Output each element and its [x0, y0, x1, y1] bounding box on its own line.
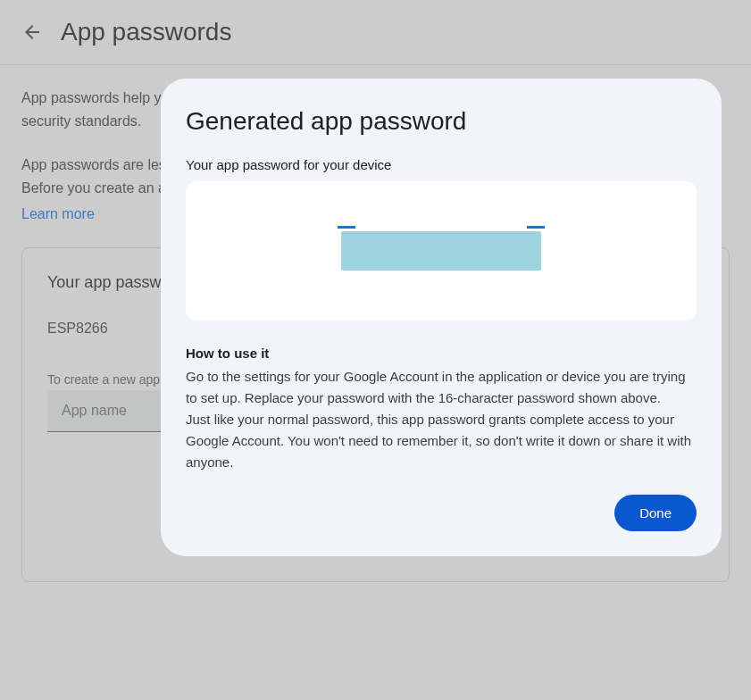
modal-subtitle: Your app password for your device	[186, 157, 697, 172]
how-to-use-text-2: Just like your normal password, this app…	[186, 409, 697, 473]
generated-password-modal: Generated app password Your app password…	[161, 79, 722, 556]
password-redacted[interactable]	[341, 231, 541, 271]
modal-footer: Done	[186, 495, 697, 531]
how-to-use-title: How to use it	[186, 346, 697, 361]
selection-handle-tl	[338, 226, 355, 229]
how-to-use-text-1: Go to the settings for your Google Accou…	[186, 366, 697, 409]
selection-handle-tr	[527, 226, 545, 229]
modal-title: Generated app password	[186, 107, 697, 136]
password-display-box	[186, 181, 697, 321]
done-button[interactable]: Done	[614, 495, 697, 531]
